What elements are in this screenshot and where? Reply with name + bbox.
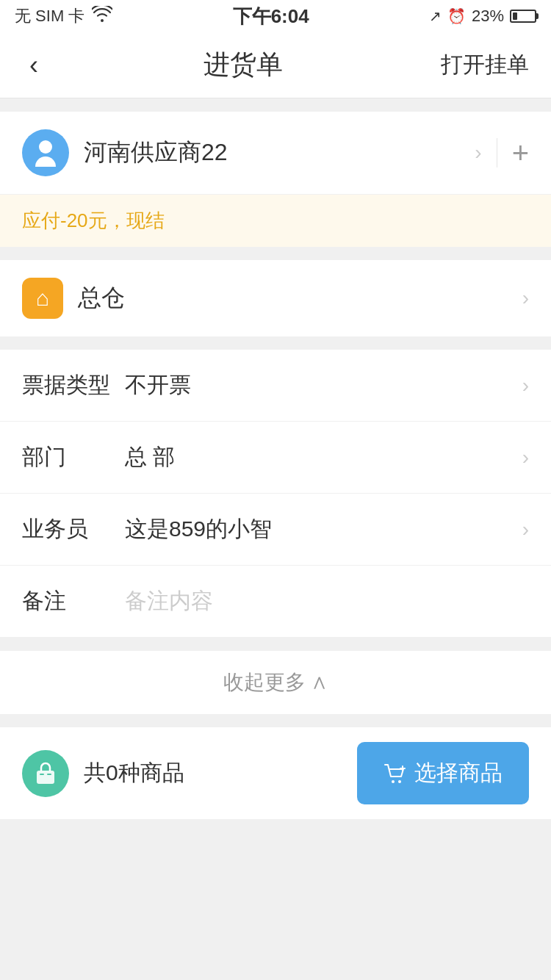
select-product-label: 选择商品 (414, 758, 503, 788)
remark-row[interactable]: 备注 备注内容 (0, 566, 551, 637)
form-section: 票据类型 不开票 › 部门 总 部 › 业务员 这是859的小智 › 备注 备注… (0, 350, 551, 637)
nav-bar: ‹ 进货单 打开挂单 (0, 32, 551, 98)
collapse-row[interactable]: 收起更多 ∧ (0, 650, 551, 714)
product-count: 共0种商品 (84, 758, 357, 788)
divider-2 (0, 247, 551, 260)
status-right: ↗ ⏰ 23% (429, 7, 536, 26)
person-icon (33, 140, 58, 165)
svg-rect-2 (47, 774, 51, 775)
status-bar: 无 SIM 卡 下午6:04 ↗ ⏰ 23% (0, 0, 551, 32)
invoice-label: 票据类型 (22, 370, 125, 400)
page-title: 进货单 (204, 47, 283, 83)
add-supplier-button[interactable]: + (512, 138, 529, 167)
department-label: 部门 (22, 442, 125, 472)
wifi-icon (92, 6, 112, 26)
supplier-section: 河南供应商22 › + 应付-20元，现结 (0, 112, 551, 247)
vertical-divider (497, 138, 497, 167)
status-time: 下午6:04 (233, 4, 309, 29)
svg-rect-1 (40, 774, 44, 775)
supplier-avatar (22, 129, 69, 176)
warehouse-icon: ⌂ (22, 278, 63, 319)
warehouse-name: 总仓 (78, 282, 522, 314)
svg-point-4 (398, 780, 401, 783)
status-carrier: 无 SIM 卡 (15, 5, 112, 27)
notice-banner: 应付-20元，现结 (0, 195, 551, 247)
remark-input[interactable]: 备注内容 (125, 586, 529, 616)
notice-text: 应付-20元，现结 (22, 209, 165, 231)
house-icon: ⌂ (36, 286, 49, 311)
product-bag-icon (22, 750, 69, 797)
salesman-chevron-icon: › (522, 518, 529, 541)
chevron-right-icon: › (475, 141, 481, 165)
battery-percent: 23% (472, 7, 504, 26)
department-row[interactable]: 部门 总 部 › (0, 422, 551, 494)
invoice-chevron-icon: › (522, 374, 529, 397)
department-value: 总 部 (125, 442, 522, 472)
supplier-row[interactable]: 河南供应商22 › + (0, 112, 551, 195)
back-button[interactable]: ‹ (22, 43, 46, 88)
location-icon: ↗ (429, 7, 442, 25)
page-background (0, 819, 551, 980)
supplier-name: 河南供应商22 (84, 137, 475, 169)
department-chevron-icon: › (522, 446, 529, 469)
divider-1 (0, 98, 551, 112)
collapse-label: 收起更多 ∧ (223, 671, 328, 693)
invoice-value: 不开票 (125, 370, 522, 400)
svg-point-3 (392, 780, 395, 783)
open-pending-button[interactable]: 打开挂单 (441, 50, 529, 80)
cart-plus-icon (383, 763, 407, 784)
alarm-icon: ⏰ (447, 7, 466, 25)
select-product-button[interactable]: 选择商品 (357, 742, 529, 804)
warehouse-chevron-icon: › (522, 287, 529, 310)
remark-label: 备注 (22, 586, 125, 616)
salesman-row[interactable]: 业务员 这是859的小智 › (0, 494, 551, 566)
invoice-row[interactable]: 票据类型 不开票 › (0, 350, 551, 422)
svg-rect-0 (37, 771, 54, 784)
salesman-value: 这是859的小智 (125, 514, 522, 544)
battery-icon (510, 10, 536, 23)
bottom-bar: 共0种商品 选择商品 (0, 727, 551, 819)
salesman-label: 业务员 (22, 514, 125, 544)
warehouse-row[interactable]: ⌂ 总仓 › (0, 260, 551, 336)
